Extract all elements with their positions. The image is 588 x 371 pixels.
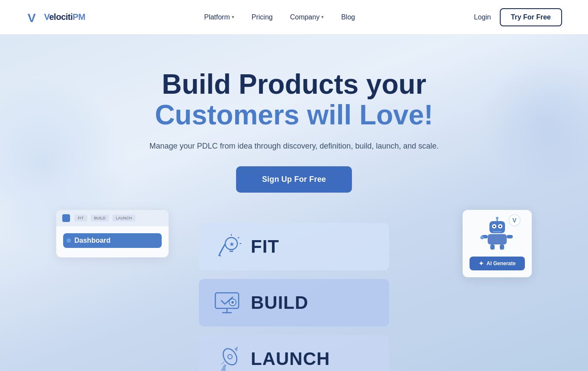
- svg-rect-29: [490, 244, 495, 250]
- nav-platform-label: Platform: [204, 13, 230, 21]
- ai-generate-button[interactable]: ✦ AI Generate: [470, 257, 525, 270]
- ai-generate-label: AI Generate: [486, 260, 515, 266]
- feature-card-build: BUILD: [199, 279, 389, 327]
- nav-company-label: Company: [290, 13, 320, 21]
- dashboard-menu-item: Dashboard: [63, 233, 162, 248]
- feature-card-fit: ★ FIT: [199, 223, 389, 270]
- nav-actions: Login Try For Free: [474, 8, 562, 26]
- hero-section: Build Products your Customers will Love!…: [0, 35, 588, 371]
- rocket-icon: [212, 344, 242, 371]
- svg-rect-30: [500, 244, 504, 250]
- navigation: V VelocitiPM Platform ▾ Pricing Company …: [0, 0, 588, 35]
- svg-point-21: [499, 225, 501, 227]
- nav-item-blog[interactable]: Blog: [341, 13, 355, 21]
- dash-tabs: FIT BUILD LAUNCH: [74, 215, 135, 222]
- dash-tab-fit: FIT: [74, 215, 87, 222]
- gear-monitor-icon: [212, 288, 242, 318]
- feature-launch-label: LAUNCH: [251, 349, 330, 369]
- dashboard-card-header: FIT BUILD LAUNCH: [56, 210, 169, 226]
- svg-text:★: ★: [229, 241, 235, 247]
- dashboard-card: FIT BUILD LAUNCH Dashboard: [56, 210, 169, 257]
- svg-text:V: V: [28, 11, 36, 25]
- dashboard-card-body: Dashboard: [56, 226, 169, 257]
- lightbulb-icon: ★: [212, 231, 242, 262]
- ai-v-badge: V: [508, 214, 521, 226]
- svg-marker-2: [218, 254, 221, 257]
- nav-item-platform[interactable]: Platform ▾: [204, 13, 234, 21]
- nav-pricing-label: Pricing: [252, 13, 273, 21]
- chevron-down-icon: ▾: [232, 14, 234, 20]
- dash-menu-dot: [67, 238, 71, 243]
- ai-icon-wrapper: V: [470, 217, 525, 251]
- svg-rect-27: [507, 235, 513, 238]
- svg-line-8: [238, 237, 239, 238]
- logo[interactable]: V VelocitiPM: [26, 9, 85, 25]
- svg-point-12: [231, 301, 234, 304]
- center-feature-cards: ★ FIT: [195, 223, 393, 371]
- try-for-free-button[interactable]: Try For Free: [500, 8, 562, 26]
- svg-point-28: [480, 236, 484, 239]
- svg-rect-25: [488, 234, 507, 244]
- nav-blog-label: Blog: [341, 13, 355, 21]
- chevron-down-icon: ▾: [321, 14, 324, 20]
- nav-links: Platform ▾ Pricing Company ▾ Blog: [204, 13, 355, 21]
- svg-line-1: [220, 244, 225, 254]
- nav-item-pricing[interactable]: Pricing: [252, 13, 273, 21]
- dashboard-label: Dashboard: [74, 237, 111, 244]
- hero-text: Build Products your Customers will Love!…: [149, 69, 438, 193]
- feature-card-launch: LAUNCH: [199, 335, 389, 371]
- svg-point-20: [493, 225, 495, 227]
- logo-text: VelocitiPM: [44, 12, 85, 22]
- svg-point-16: [228, 355, 232, 359]
- svg-rect-24: [493, 231, 502, 232]
- dash-tab-build: BUILD: [91, 215, 109, 222]
- hero-title-line2: Customers will Love!: [149, 99, 438, 131]
- hero-subtitle: Manage your PDLC from idea through disco…: [149, 142, 438, 151]
- hero-visuals: FIT BUILD LAUNCH Dashboard: [0, 210, 588, 371]
- login-link[interactable]: Login: [474, 13, 491, 21]
- signup-button[interactable]: Sign Up For Free: [236, 166, 352, 193]
- feature-build-label: BUILD: [251, 292, 308, 313]
- sparkle-icon: ✦: [479, 260, 484, 267]
- feature-fit-label: FIT: [251, 236, 279, 257]
- nav-item-company[interactable]: Company ▾: [290, 13, 324, 21]
- svg-point-23: [496, 217, 499, 219]
- dash-tab-launch: LAUNCH: [112, 215, 135, 222]
- ai-card: V: [463, 210, 532, 277]
- dash-logo-icon: [62, 214, 70, 222]
- hero-title-line1: Build Products your: [149, 69, 438, 99]
